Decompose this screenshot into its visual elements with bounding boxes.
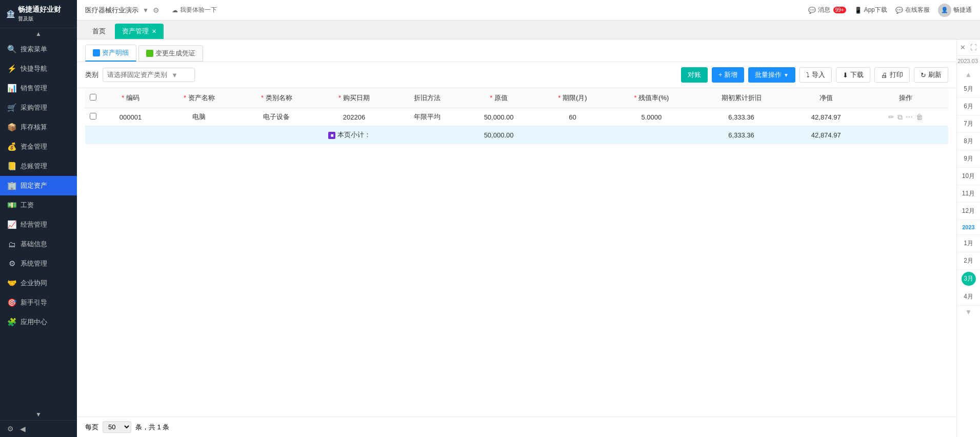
sidebar-scroll-down[interactable]: ▼: [0, 409, 77, 420]
month-item[interactable]: 2月: [957, 252, 980, 270]
sidebar-item-固定资产[interactable]: 🏢 固定资产: [0, 176, 77, 195]
header-action: 操作: [864, 88, 949, 108]
experience-icon: ☁: [172, 7, 178, 14]
experience-btn[interactable]: ☁ 我要体验一下: [172, 6, 217, 14]
category-filter[interactable]: 请选择固定资产类别 ▼: [103, 68, 195, 82]
new-label: + 新增: [718, 70, 737, 80]
row-initial-accumulated: 6,333.36: [694, 108, 789, 126]
delete-icon-0[interactable]: 🗑: [916, 113, 923, 121]
active-month-item[interactable]: 3月: [962, 272, 976, 286]
copy-icon-0[interactable]: ⧉: [897, 113, 903, 122]
header-initial-accumulated: 期初累计折旧: [694, 88, 789, 108]
settings-gear-icon[interactable]: ⚙: [153, 6, 159, 14]
sidebar-item-基础信息[interactable]: 🗂 基础信息: [0, 234, 77, 254]
user-avatar-area[interactable]: 👤 畅捷通: [938, 4, 972, 17]
month-item[interactable]: 11月: [957, 185, 980, 203]
sidebar-item-快捷导航[interactable]: ⚡ 快捷导航: [0, 59, 77, 78]
sidebar-item-资金管理[interactable]: 💰 资金管理: [0, 137, 77, 156]
user-name: 畅捷通: [953, 6, 972, 14]
month-item[interactable]: 5月: [957, 81, 980, 98]
select-all-checkbox[interactable]: [90, 94, 96, 101]
month-item[interactable]: 12月: [957, 203, 980, 220]
sidebar-icon-13: 🎯: [7, 298, 16, 307]
sidebar-icon-7: 🏢: [7, 181, 16, 190]
sidebar-bottom: ⚙ ◀: [0, 420, 77, 437]
refresh-label: 刷新: [928, 70, 942, 80]
message-btn[interactable]: 💬 消息 99+: [808, 6, 846, 14]
month-item[interactable]: 1月: [957, 235, 980, 252]
sidebar-item-库存核算[interactable]: 📦 库存核算: [0, 117, 77, 137]
per-page-select[interactable]: 50 100 200: [103, 421, 131, 433]
settings-icon[interactable]: ⚙: [7, 425, 14, 433]
topbar: 医疗器械行业演示 ▼ ⚙ ☁ 我要体验一下 💬 消息 99+ 📱 App下载 💬…: [77, 0, 980, 21]
edit-icon-0[interactable]: ✏: [888, 113, 894, 121]
header-checkbox-cell: [85, 88, 101, 108]
batch-operation-button[interactable]: 批量操作 ▼: [748, 67, 795, 83]
more-icon-0[interactable]: ⋯: [906, 113, 913, 121]
online-service-icon: 💬: [895, 7, 903, 14]
tab-home[interactable]: 首页: [85, 24, 113, 39]
subtotal-label: ■本页小计：: [238, 126, 462, 144]
sidebar-icon-2: 📊: [7, 84, 16, 93]
sub-tab-voucher[interactable]: 变更生成凭证: [138, 45, 203, 62]
row-depreciation-method: 年限平均: [393, 108, 462, 126]
sidebar-icon-6: 📒: [7, 162, 16, 171]
header-depreciation-method: 折旧方法: [393, 88, 462, 108]
message-icon: 💬: [808, 7, 816, 14]
header-purchase-date: 购买日期: [315, 88, 393, 108]
sidebar-label-10: 基础信息: [21, 240, 47, 249]
row-checkbox-0[interactable]: [90, 113, 96, 120]
sidebar-icon-14: 🧩: [7, 317, 16, 327]
month-item[interactable]: 4月: [957, 288, 980, 306]
sidebar-item-总账管理[interactable]: 📒 总账管理: [0, 156, 77, 176]
sub-tab-voucher-icon: [146, 50, 153, 57]
company-dropdown-arrow[interactable]: ▼: [143, 7, 149, 14]
sidebar-item-应用中心[interactable]: 🧩 应用中心: [0, 312, 77, 332]
sidebar-item-企业协同[interactable]: 🤝 企业协同: [0, 273, 77, 293]
right-panel-expand-icon[interactable]: ⛶: [970, 44, 977, 51]
subtotal-initial-accumulated: 6,333.36: [694, 126, 789, 144]
reconcile-button[interactable]: 对账: [681, 67, 708, 83]
right-panel-up-icon[interactable]: ▲: [963, 68, 974, 81]
app-download-label: App下载: [864, 6, 887, 14]
sidebar-label-2: 销售管理: [21, 84, 47, 93]
refresh-button[interactable]: ↻ 刷新: [914, 67, 948, 83]
right-panel-down-icon[interactable]: ▼: [963, 306, 974, 318]
year-label: 2023: [957, 220, 980, 235]
right-panel-close-icon[interactable]: ✕: [960, 44, 966, 51]
sidebar-item-系统管理[interactable]: ⚙ 系统管理: [0, 254, 77, 273]
month-item[interactable]: 8月: [957, 133, 980, 150]
sidebar-item-新手引导[interactable]: 🎯 新手引导: [0, 293, 77, 312]
month-item[interactable]: 9月: [957, 150, 980, 168]
sub-tab-asset-detail[interactable]: 资产明细: [85, 45, 136, 62]
logo-sub: 普及版: [18, 15, 61, 23]
tab-asset-close-icon[interactable]: ✕: [152, 28, 156, 35]
sidebar-item-搜索菜单[interactable]: 🔍 搜索菜单: [0, 39, 77, 59]
print-button[interactable]: 🖨 打印: [874, 67, 910, 83]
online-service-btn[interactable]: 💬 在线客服: [895, 6, 930, 14]
sidebar-item-经营管理[interactable]: 📈 经营管理: [0, 215, 77, 234]
sidebar-item-销售管理[interactable]: 📊 销售管理: [0, 78, 77, 98]
app-download-btn[interactable]: 📱 App下载: [854, 6, 887, 14]
logo-text: 畅捷通好业财: [18, 5, 61, 14]
sidebar-scroll-up[interactable]: ▲: [0, 28, 77, 39]
import-button[interactable]: ⤵ 导入: [799, 67, 832, 83]
topbar-right: 💬 消息 99+ 📱 App下载 💬 在线客服 👤 畅捷通: [808, 4, 972, 17]
sidebar-icon-9: 📈: [7, 220, 16, 229]
sidebar-label-6: 总账管理: [21, 162, 47, 171]
month-item[interactable]: 7月: [957, 115, 980, 133]
month-item[interactable]: 6月: [957, 98, 980, 115]
new-button[interactable]: + 新增: [712, 67, 744, 83]
download-button[interactable]: ⬇ 下载: [836, 67, 870, 83]
page-area: 资产明细 变更生成凭证 类别 请选择固定资产类别 ▼: [77, 39, 980, 437]
collapse-icon[interactable]: ◀: [20, 425, 26, 433]
sidebar-label-9: 经营管理: [21, 220, 47, 229]
sidebar-item-采购管理[interactable]: 🛒 采购管理: [0, 98, 77, 117]
reconcile-label: 对账: [688, 70, 701, 80]
tab-asset-management[interactable]: 资产管理 ✕: [115, 24, 164, 39]
sidebar-item-工资[interactable]: 💵 工资: [0, 195, 77, 215]
tab-home-label: 首页: [92, 27, 106, 36]
toolbar: 类别 请选择固定资产类别 ▼ 对账 + 新增 批量操作 ▼: [77, 62, 956, 88]
month-item[interactable]: 10月: [957, 168, 980, 185]
sidebar-icon-8: 💵: [7, 201, 16, 210]
